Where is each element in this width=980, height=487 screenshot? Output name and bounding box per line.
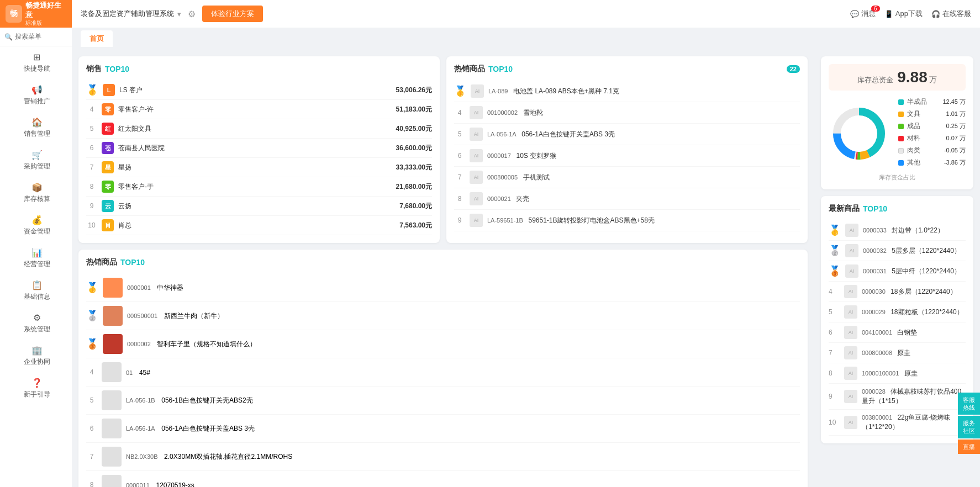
customer-name-9: 云扬 bbox=[118, 202, 395, 211]
customer-name-5: 红太阳文具 bbox=[118, 124, 392, 134]
app-download-label: App下载 bbox=[895, 9, 923, 19]
sidebar-item-ops[interactable]: 📊 经营管理 bbox=[0, 242, 72, 274]
customer-name-10: 肖总 bbox=[118, 221, 395, 230]
online-service-button[interactable]: 🎧 在线客服 bbox=[931, 9, 971, 19]
main-content: 销售TOP10 🥇 L LS 客户 53,006.26元 4 零 bbox=[72, 50, 814, 487]
legend-dot-other bbox=[898, 160, 904, 166]
messages-button[interactable]: 💬 消息 6 bbox=[850, 9, 876, 19]
sidebar-item-marketing[interactable]: 📢 营销推广 bbox=[0, 79, 72, 112]
sales-icon: 🏠 bbox=[31, 117, 43, 128]
sidebar-item-inventory[interactable]: 📦 库存核算 bbox=[0, 177, 72, 209]
sidebar-item-base[interactable]: 📋 基础信息 bbox=[0, 274, 72, 307]
sidebar-item-sales[interactable]: 🏠 销售管理 bbox=[0, 112, 72, 144]
sidebar-item-purchase[interactable]: 🛒 采购管理 bbox=[0, 144, 72, 177]
inventory-legend: 半成品 12.45 万 文具 1.01 万 成品 0.25 万 bbox=[898, 97, 966, 170]
hot-product-2: 🥈 000500001 新西兰牛肉（新牛） bbox=[86, 302, 800, 330]
customer-name-7: 星扬 bbox=[118, 163, 392, 172]
donut-chart bbox=[829, 103, 889, 164]
system-selector[interactable]: 装备及固定资产辅助管理系统 ▾ bbox=[81, 9, 181, 19]
sidebar-item-quick[interactable]: ⊞ 快捷导航 bbox=[0, 46, 72, 79]
customer-row-6: 6 苍 苍南县人民医院 36,600.00元 bbox=[86, 139, 432, 158]
new-img-3: AI bbox=[845, 264, 858, 278]
ops-icon: 📊 bbox=[31, 247, 43, 258]
new-img-4: AI bbox=[844, 285, 857, 298]
hot-img-7 bbox=[102, 447, 122, 467]
inventory-note: 库存资金占比 bbox=[829, 173, 966, 182]
customer-badge-5: 红 bbox=[102, 123, 114, 135]
customer-rank-6: 6 bbox=[86, 144, 97, 152]
customer-name-1: LS 客户 bbox=[119, 86, 392, 95]
sidebar-item-corp[interactable]: 🏢 企业协同 bbox=[0, 340, 72, 372]
inventory-total: 库存总资金 9.88 万 bbox=[829, 64, 966, 91]
float-live-button[interactable]: 直播 bbox=[958, 440, 980, 454]
new-info-3: 0000031 5层中纤（1220*2440） bbox=[863, 267, 966, 276]
trial-button[interactable]: 体验行业方案 bbox=[202, 6, 263, 22]
new-info-4: 0000030 18多层（1220*2440） bbox=[862, 287, 966, 297]
new-info-2: 0000032 5层多层（1220*2440） bbox=[863, 246, 966, 256]
float-customer-service: 客服热线 服务社区 直播 bbox=[958, 393, 980, 454]
new-info-7: 000800008 原圭 bbox=[862, 348, 966, 358]
logo-sub: 标准版 bbox=[25, 19, 66, 27]
top-section: 销售TOP10 🥇 L LS 客户 53,006.26元 4 零 bbox=[78, 56, 808, 243]
guide-label: 新手引导 bbox=[24, 390, 50, 399]
tab-home[interactable]: 首页 bbox=[81, 30, 113, 47]
guide-icon: ❓ bbox=[31, 378, 43, 388]
customer-amount-5: 40,925.00元 bbox=[396, 124, 432, 134]
product-right-img-9: AI bbox=[470, 214, 483, 227]
topbar: 装备及固定资产辅助管理系统 ▾ ⚙ 体验行业方案 💬 消息 6 📱 App下载 … bbox=[72, 0, 980, 28]
sidebar-logo: 畅 畅捷通好生意 标准版 bbox=[0, 0, 72, 28]
hot-medal-2: 🥈 bbox=[86, 310, 98, 322]
hot-product-5: 5 LA-056-1B 056-1B白色按键开关壳ABS2壳 bbox=[86, 387, 800, 415]
new-img-7: AI bbox=[844, 346, 857, 359]
float-community-button[interactable]: 服务社区 bbox=[958, 416, 980, 438]
corp-icon: 🏢 bbox=[31, 345, 43, 356]
new-img-6: AI bbox=[844, 326, 857, 339]
new-product-1: 🥇 AI 0000033 封边带（1.0*22） bbox=[829, 220, 966, 241]
new-product-7: 7 AI 000800008 原圭 bbox=[829, 343, 966, 363]
settings-icon[interactable]: ⚙ bbox=[188, 9, 196, 19]
new-product-8: 8 AI 10000100001 原圭 bbox=[829, 363, 966, 384]
customer-name-6: 苍南县人民医院 bbox=[118, 144, 392, 153]
finance-label: 资金管理 bbox=[24, 227, 50, 236]
logo-text: 畅捷通好生意 标准版 bbox=[25, 1, 66, 27]
product-right-img-1: AI bbox=[471, 84, 484, 98]
tabbar: 首页 bbox=[72, 28, 980, 50]
customer-row-8: 8 零 零售客户-于 21,680.00元 bbox=[86, 177, 432, 197]
hot-img-2 bbox=[103, 306, 123, 326]
search-menu[interactable]: 🔍 搜索菜单 bbox=[0, 28, 72, 46]
hot-info-5: LA-056-1B 056-1B白色按键开关壳ABS2壳 bbox=[126, 396, 800, 405]
new-products-card: 最新商品 TOP10 🥇 AI 0000033 封边带（1.0*22） 🥈 AI bbox=[821, 196, 973, 443]
corp-label: 企业协同 bbox=[24, 357, 50, 367]
products-right-title: 热销商品TOP10 22 bbox=[454, 64, 800, 74]
base-icon: 📋 bbox=[31, 280, 43, 290]
purchase-icon: 🛒 bbox=[31, 150, 43, 160]
product-right-img-6: AI bbox=[470, 149, 483, 162]
products-top10-right-card: 热销商品TOP10 22 🥇 AI LA-089 电池盖 LA-089 ABS本… bbox=[446, 56, 808, 243]
customer-badge-10: 肖 bbox=[102, 219, 114, 231]
phone-icon: 📱 bbox=[884, 10, 893, 18]
app-download-button[interactable]: 📱 App下载 bbox=[884, 9, 923, 19]
sidebar-item-finance[interactable]: 💰 资金管理 bbox=[0, 209, 72, 242]
medal-icon-1: 🥇 bbox=[86, 84, 98, 96]
system-label: 系统管理 bbox=[24, 325, 50, 334]
hot-product-6: 6 LA-056-1A 056-1A白色按键开关盖ABS 3壳 bbox=[86, 415, 800, 443]
hot-product-4: 4 01 45# bbox=[86, 358, 800, 387]
new-info-1: 0000033 封边带（1.0*22） bbox=[863, 226, 966, 235]
hot-info-7: NB2.0X30B 2.0X30MM双插花轴.插花直径2.1MM/ROHS bbox=[126, 452, 800, 462]
hot-img-5 bbox=[102, 390, 122, 410]
legend-dot-finished bbox=[898, 124, 904, 129]
float-hotline-button[interactable]: 客服热线 bbox=[958, 393, 980, 415]
sidebar-item-system[interactable]: ⚙ 系统管理 bbox=[0, 307, 72, 340]
product-right-info-9: LA-59651-1B 59651-1B旋转投影灯电池盒ABS黑色+58壳 bbox=[487, 216, 800, 225]
content-area: 销售TOP10 🥇 L LS 客户 53,006.26元 4 零 bbox=[72, 50, 980, 487]
customer-row-5: 5 红 红太阳文具 40,925.00元 bbox=[86, 119, 432, 139]
inventory-unit: 万 bbox=[929, 75, 937, 84]
legend-dot-meat bbox=[898, 148, 904, 153]
ops-label: 经营管理 bbox=[24, 260, 50, 269]
inventory-card: 库存总资金 9.88 万 bbox=[821, 56, 973, 189]
hot-medal-1: 🥇 bbox=[86, 282, 98, 294]
customer-rank-8: 8 bbox=[86, 183, 97, 190]
new-medal-3: 🥉 bbox=[829, 265, 841, 277]
sidebar-item-guide[interactable]: ❓ 新手引导 bbox=[0, 372, 72, 405]
dropdown-arrow-icon: ▾ bbox=[177, 10, 181, 18]
